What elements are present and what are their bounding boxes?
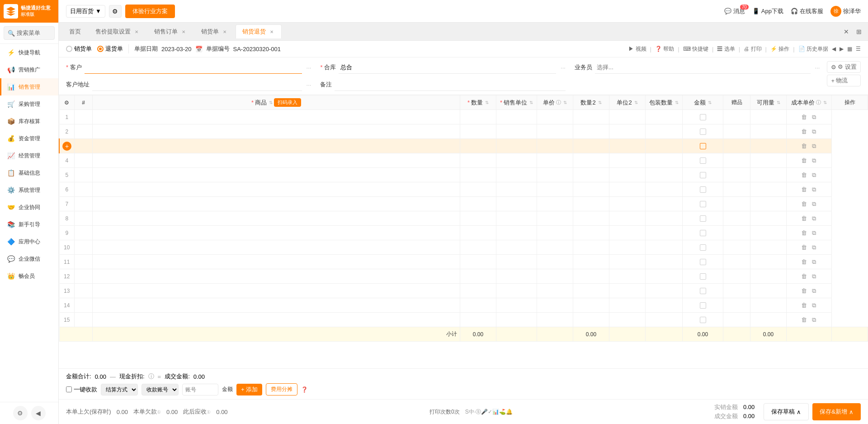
add-row-button[interactable]: + (62, 142, 71, 151)
gift-checkbox[interactable] (700, 244, 706, 251)
sidebar-item-wechat[interactable]: 💬 企业微信 (0, 250, 58, 267)
app-download-button[interactable]: 📱 App下载 (752, 7, 783, 15)
delete-icon[interactable]: 🗑 (800, 113, 808, 121)
pkg-sort-icon[interactable]: ⇅ (675, 100, 679, 105)
qty-cell-active[interactable] (93, 139, 460, 153)
price-info-icon[interactable]: ⓘ (556, 99, 561, 106)
tab-sales-return[interactable]: 销货退货 ✕ (236, 24, 282, 38)
delete-icon[interactable]: 🗑 (800, 316, 808, 324)
salesperson-dots[interactable]: ··· (815, 64, 820, 71)
qty2-cell[interactable] (537, 124, 573, 139)
address-dots[interactable]: ··· (307, 81, 311, 88)
unit2-cell[interactable] (573, 124, 609, 139)
radio-return[interactable]: 退货单 (97, 45, 123, 53)
tab-sales-delivery[interactable]: 销货单 ✕ (194, 24, 235, 38)
calc-method-select[interactable]: 结算方式 (101, 384, 138, 395)
product-cell[interactable] (75, 124, 93, 139)
settings-bottom-button[interactable]: ⚙ (13, 406, 28, 420)
gift-checkbox[interactable] (700, 129, 706, 135)
amount-sort-icon[interactable]: ⇅ (708, 100, 712, 105)
pkg-cell-active[interactable] (609, 139, 646, 153)
gift-checkbox[interactable] (700, 215, 706, 222)
copy-icon[interactable]: ⧉ (810, 186, 818, 194)
copy-icon[interactable]: ⧉ (810, 258, 818, 266)
delete-icon[interactable]: 🗑 (800, 243, 808, 252)
copy-icon[interactable]: ⧉ (810, 287, 818, 295)
unit2-cell[interactable] (573, 110, 609, 124)
unit-sort-icon[interactable]: ⇅ (529, 100, 533, 105)
copy-icon[interactable]: ⧉ (810, 316, 818, 324)
split-help-icon[interactable]: ❓ (301, 386, 308, 393)
operate-btn[interactable]: ⚡ 操作 (770, 45, 789, 53)
gift-cell[interactable] (683, 110, 723, 124)
grid-view-btn[interactable]: ▦ (847, 46, 852, 52)
gift-checkbox[interactable] (700, 317, 706, 323)
save-new-button[interactable]: 保存&新增 ∧ (812, 403, 861, 420)
tab-close-icon[interactable]: ✕ (269, 29, 275, 35)
shortcut-btn[interactable]: ⌨ 快捷键 (683, 45, 708, 53)
col-settings[interactable]: ⚙ (59, 95, 75, 110)
sidebar-item-marketing[interactable]: 📢 营销推广 (0, 61, 58, 78)
gift-checkbox[interactable] (700, 114, 706, 120)
one-click-payment-checkbox[interactable]: 一键收款 (66, 386, 97, 394)
copy-icon[interactable]: ⧉ (810, 229, 818, 237)
price-cell[interactable] (496, 124, 537, 139)
online-service-button[interactable]: 🎧 在线客服 (791, 7, 823, 15)
salesperson-input[interactable] (595, 61, 811, 74)
prev-record-btn[interactable]: ◀ (832, 46, 836, 52)
cost-cell[interactable] (750, 124, 787, 139)
avail-cell[interactable] (723, 124, 750, 139)
sidebar-item-sales[interactable]: 📊 销售管理 (0, 78, 58, 95)
sidebar-item-finance[interactable]: 💰 资金管理 (0, 130, 58, 147)
copy-icon[interactable]: ⧉ (810, 157, 818, 165)
unit-cell[interactable] (460, 124, 496, 139)
scan-input-button[interactable]: 扫码录入 (274, 98, 301, 107)
pkg-cell[interactable] (609, 110, 646, 124)
gift-cell-active[interactable] (683, 139, 723, 153)
gift-checkbox[interactable] (700, 259, 706, 265)
sidebar-item-appstore[interactable]: 🔷 应用中心 (0, 233, 58, 250)
search-menu-button[interactable]: 🔍 搜索菜单 (4, 26, 55, 40)
form-settings-button[interactable]: ⚙ ⚙ 设置 (827, 61, 861, 73)
qty2-cell[interactable] (537, 110, 573, 124)
sidebar-item-system[interactable]: ⚙️ 系统管理 (0, 181, 58, 199)
note-input[interactable] (335, 78, 565, 91)
price-sort-icon[interactable]: ⇅ (563, 100, 567, 105)
sidebar-item-quicknav[interactable]: ⚡ 快捷导航 (0, 44, 58, 61)
gift-checkbox[interactable] (700, 201, 706, 207)
delete-icon[interactable]: 🗑 (800, 287, 808, 295)
warehouse-input[interactable] (339, 61, 556, 74)
payment-checkbox-input[interactable] (66, 386, 72, 392)
sidebar-item-inventory[interactable]: 📦 库存核算 (0, 113, 58, 130)
video-btn[interactable]: ▶ 视频 (628, 45, 646, 53)
warehouse-dots[interactable]: ··· (561, 64, 566, 71)
tab-close-icon[interactable]: ✕ (133, 29, 140, 35)
amount-cell[interactable] (646, 124, 683, 139)
gift-cell[interactable] (683, 124, 723, 139)
copy-icon[interactable]: ⧉ (810, 272, 818, 281)
delete-icon[interactable]: 🗑 (800, 301, 808, 310)
select-btn[interactable]: ☰ 选单 (717, 45, 735, 53)
print-btn[interactable]: 🖨 打印 (744, 45, 761, 53)
product-cell[interactable] (75, 110, 93, 124)
amount-cell[interactable] (646, 110, 683, 124)
avail-cell[interactable] (723, 110, 750, 124)
experience-button[interactable]: 体验行业方案 (125, 5, 175, 18)
sidebar-item-enterprise[interactable]: 🤝 企业协同 (0, 199, 58, 216)
copy-icon[interactable]: ⧉ (810, 128, 818, 136)
customer-dots[interactable]: ··· (307, 64, 311, 71)
copy-icon[interactable]: ⧉ (810, 243, 818, 252)
unit2-sort-icon[interactable]: ⇅ (634, 100, 638, 105)
tab-sales-order[interactable]: 销售订单 ✕ (147, 24, 193, 38)
delete-icon[interactable]: 🗑 (800, 200, 808, 208)
gift-checkbox[interactable] (700, 157, 706, 164)
tab-price-setting[interactable]: 售价提取设置 ✕ (89, 24, 146, 38)
price-cell-active[interactable] (496, 139, 537, 153)
add-row-cell[interactable]: + (59, 139, 75, 153)
gift-checkbox[interactable] (700, 172, 706, 178)
save-draft-button[interactable]: 保存草稿 ∧ (764, 403, 809, 420)
expand-tab-button[interactable]: ⊞ (854, 26, 864, 37)
sort-icon[interactable]: ⇅ (269, 100, 273, 105)
sidebar-item-guide[interactable]: 📚 新手引导 (0, 216, 58, 233)
add-logistics-button[interactable]: + 物流 (827, 75, 861, 86)
